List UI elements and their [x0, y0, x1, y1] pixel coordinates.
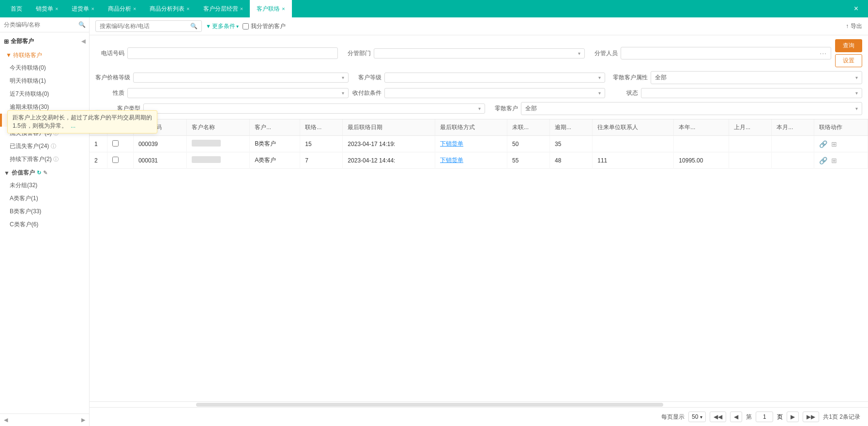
col-year-amount: 本年...: [674, 119, 729, 136]
row-checkbox-2[interactable]: [112, 157, 119, 163]
col-customer-type-header: 客户...: [250, 119, 300, 136]
tree-item-class-b[interactable]: B类客户(33): [0, 205, 89, 218]
cell-year-1: [674, 136, 729, 152]
filter-cell-customer-level: 客户等级 ▾: [352, 73, 606, 83]
filter-input-phone[interactable]: [127, 47, 338, 59]
sidebar-search-wrap: 🔍: [0, 17, 89, 32]
tree-item-ungrouped[interactable]: 未分组(32): [0, 179, 89, 192]
more-conditions-button[interactable]: ▼ 更多条件 ▾: [206, 22, 239, 30]
cell-checkbox-1[interactable]: [107, 136, 133, 152]
cell-last-way-2[interactable]: 下销货单: [435, 152, 507, 169]
nav-customer-tier[interactable]: 客户分层经营 ×: [197, 0, 250, 17]
info-icon-churned[interactable]: ⓘ: [51, 143, 56, 149]
filter-select-manager[interactable]: ···: [621, 47, 831, 59]
tree-item-churned[interactable]: 已流失客户(24) ⓘ: [0, 140, 89, 153]
action-link-icon-2[interactable]: 🔗: [819, 157, 827, 164]
filter-select-status[interactable]: ▾: [641, 88, 862, 98]
window-close-button[interactable]: ×: [848, 4, 864, 13]
horizontal-scrollbar[interactable]: [90, 401, 868, 407]
sidebar-search-icon[interactable]: 🔍: [78, 21, 86, 28]
filter-select-payment[interactable]: ▾: [384, 88, 606, 98]
edit-icon[interactable]: ✎: [43, 170, 47, 176]
query-button[interactable]: 查询: [835, 39, 862, 52]
first-page-button[interactable]: ◀◀: [710, 411, 726, 422]
next-page-button[interactable]: ▶: [787, 411, 799, 422]
filter-select-dept[interactable]: ▾: [374, 48, 584, 59]
search-icon[interactable]: 🔍: [190, 23, 198, 29]
tree-section-value-customers[interactable]: ▼ 价值客户 ↻ ✎: [0, 166, 89, 179]
sidebar-nav-right[interactable]: ▶: [81, 417, 85, 423]
tree-item-declining[interactable]: 持续下滑客户(2) ⓘ: [0, 153, 89, 166]
chevron-payment: ▾: [598, 90, 601, 96]
filter-select-customer-type[interactable]: ▾: [143, 103, 485, 114]
filter-cell-retail-customer: 零散客户 全部 ▾: [489, 102, 862, 115]
current-page-input[interactable]: [756, 411, 773, 422]
nav-product-analysis[interactable]: 商品分析 ×: [101, 0, 143, 17]
chevron-customer-level: ▾: [598, 75, 601, 80]
filter-label-price-level: 客户价格等级: [95, 73, 130, 82]
filter-select-price-level[interactable]: ▾: [133, 73, 349, 83]
filter-cell-phone: 电话号码: [95, 47, 338, 59]
main-container: 🔍 ⊞ 全部客户 ◀ ▼ 待联络客户 今天待联络(0) 明天待联络(1) 近7天…: [0, 17, 868, 426]
page-label-prefix: 第: [746, 413, 752, 421]
sidebar-search-input[interactable]: [4, 21, 76, 28]
settings-button[interactable]: 设置: [835, 54, 862, 67]
tree-item-class-a[interactable]: A类客户(1): [0, 192, 89, 205]
tree-item-tomorrow-pending[interactable]: 明天待联络(1): [0, 74, 89, 88]
tree-item-today-pending[interactable]: 今天待联络(0): [0, 61, 89, 74]
chevron-customer-type: ▾: [478, 106, 481, 111]
cell-last-way-1[interactable]: 下销货单: [435, 136, 507, 152]
sidebar-nav-left[interactable]: ◀: [4, 417, 8, 423]
active-indicator: [0, 114, 2, 127]
action-link-icon-1[interactable]: 🔗: [819, 140, 827, 148]
tree-item-7day-pending[interactable]: 近7天待联络(0): [0, 88, 89, 101]
search-input-wrap: 🔍: [95, 20, 202, 32]
filter-actions: 查询 设置: [835, 39, 862, 67]
cell-lastmonth-2: [729, 152, 772, 169]
table-row: 1 000039 B类客户 15 2023-04-17 14:19: 下销货单 …: [90, 136, 868, 152]
cell-last-date-2: 2023-04-12 14:44:: [343, 152, 435, 169]
filter-cell-customer-type: 客户类型 ▾: [111, 103, 485, 114]
prev-page-button[interactable]: ◀: [730, 411, 742, 422]
row-checkbox-1[interactable]: [112, 140, 119, 147]
nav-purchase-order[interactable]: 进货单 ×: [65, 0, 101, 17]
info-icon-declining[interactable]: ⓘ: [53, 156, 59, 162]
nav-sales-order[interactable]: 销货单 ×: [29, 0, 65, 17]
export-button[interactable]: ↑ 导出: [846, 22, 862, 30]
tree-group-pending-contact[interactable]: ▼ 待联络客户: [0, 48, 89, 61]
filter-select-nature[interactable]: ▾: [127, 88, 349, 98]
my-customers-checkbox-wrap[interactable]: 我分管的客户: [243, 22, 286, 30]
filter-cell-status: 状态 ▾: [609, 88, 862, 98]
action-grid-icon-2[interactable]: ⊞: [831, 157, 837, 164]
page-size-select[interactable]: 50 ▾: [688, 411, 706, 422]
cell-checkbox-2[interactable]: [107, 152, 133, 169]
tooltip-more-link[interactable]: ...: [71, 122, 76, 129]
scrollbar-thumb[interactable]: [196, 403, 663, 407]
page-label-suffix: 页: [777, 413, 783, 421]
filter-select-retail-attr[interactable]: 全部 ▾: [651, 71, 862, 84]
cell-type-1: B类客户: [250, 136, 300, 152]
filter-select-customer-level[interactable]: ▾: [384, 73, 606, 83]
cell-index-2: 2: [90, 152, 107, 169]
last-page-button[interactable]: ▶▶: [803, 411, 819, 422]
action-grid-icon-1[interactable]: ⊞: [831, 140, 837, 148]
tree-item-class-c[interactable]: C类客户(6): [0, 218, 89, 231]
cell-contact-count-1: 15: [300, 136, 343, 152]
sidebar-tree: ⊞ 全部客户 ◀ ▼ 待联络客户 今天待联络(0) 明天待联络(1) 近7天待联…: [0, 32, 89, 413]
nav-customer-contact[interactable]: 客户联络 ×: [250, 0, 291, 17]
tree-root-all-customers[interactable]: ⊞ 全部客户 ◀: [0, 34, 89, 48]
col-last-contact-way: 最后联络方式: [435, 119, 507, 136]
col-contacts: 往来单位联系人: [593, 119, 674, 136]
filter-row-4: ... 客户类型 ▾ 零散客户 全部 ▾: [95, 102, 862, 115]
collapse-icon[interactable]: ◀: [81, 38, 85, 44]
cell-lastmonth-1: [729, 136, 772, 152]
chevron-retail-attr: ▾: [855, 75, 858, 80]
nav-product-analysis-list[interactable]: 商品分析列表 ×: [143, 0, 196, 17]
filter-label-dept: 分管部门: [342, 49, 371, 58]
filter-select-retail-customer[interactable]: 全部 ▾: [521, 102, 862, 115]
search-input[interactable]: [100, 23, 188, 29]
nav-home[interactable]: 首页: [4, 0, 29, 17]
my-customers-checkbox[interactable]: [243, 23, 249, 29]
refresh-icon[interactable]: ↻: [37, 170, 41, 176]
col-this-month-amount: 本月...: [772, 119, 814, 136]
